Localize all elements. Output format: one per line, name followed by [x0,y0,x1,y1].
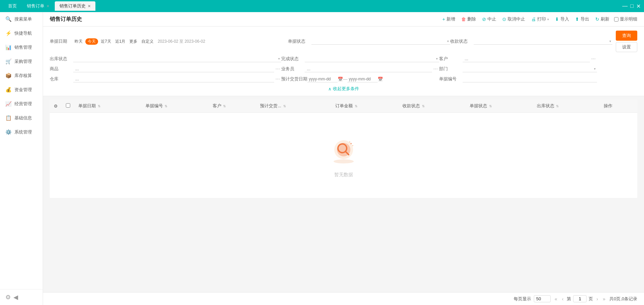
first-page-button[interactable]: « [553,296,559,302]
warehouse-input[interactable] [73,76,274,82]
payment-status-select[interactable] [474,38,612,44]
sidebar-bottom: ⚙ ◀ [0,289,43,305]
order-no-input[interactable] [463,76,597,82]
refresh-button[interactable]: ↻ 刷新 [594,15,611,23]
col-ship-status[interactable]: 出库状态 ⇅ [533,100,600,113]
import-button[interactable]: ⬇ 导入 [554,15,570,23]
prev-page-button[interactable]: ‹ [561,296,565,302]
warehouse-filter: 仓库 ··· [50,76,281,82]
operations-icon: 📈 [5,101,12,107]
goods-dots-btn[interactable]: ··· [274,66,281,72]
sidebar-item-inventory[interactable]: 📦 库存核算 [0,69,43,83]
goods-input[interactable] [73,66,274,72]
sidebar-item-sales-mgmt[interactable]: 📊 销售管理 [0,40,43,54]
settings-button[interactable]: 设置 [616,42,637,52]
display-cols-label: 显示明细 [620,16,637,22]
stop-button[interactable]: ⊘ 中止 [481,15,498,23]
maximize-icon[interactable]: □ [630,3,634,9]
page-label-prefix: 第 [567,296,571,302]
page-label: 页 [589,296,593,302]
delivery-date-start-cal-icon[interactable]: 📅 [338,77,343,82]
date-yesterday-btn[interactable]: 昨天 [73,38,84,45]
col-order-status[interactable]: 单据状态 ⇅ [466,100,533,113]
date-filter: 单据日期 昨天 今天 近7天 近1月 更多 自定义 2023-06-02 至 2… [50,38,288,45]
toolbar: + 新增 🗑 删除 ⊘ 中止 ⊙ 取消中止 🖨 打印 [441,15,637,23]
filter-row-3: 商品 ··· 业务员 ··· 部门 ▾ [50,66,637,72]
col-order-no-label: 单据编号 [145,103,163,108]
page-size-select[interactable]: 10 20 50 100 [534,295,551,302]
sidebar-item-purchase-mgmt[interactable]: 🛒 采购管理 [0,54,43,69]
date-custom-btn[interactable]: 自定义 [140,38,155,45]
order-status-select[interactable] [311,38,450,44]
delete-label: 删除 [467,16,476,22]
query-button[interactable]: 查询 [616,31,637,41]
sidebar-item-system-mgmt-label: 系统管理 [14,129,32,135]
tab-sales-order-label: 销售订单 [27,3,44,9]
goods-filter: 商品 ··· [50,66,281,72]
salesman-dots-btn[interactable]: ··· [432,66,439,72]
page-number-input[interactable] [573,295,587,302]
ship-status-select[interactable] [73,55,281,62]
col-amount[interactable]: 订单金额 ⇅ [331,100,398,113]
delivery-date-end[interactable] [347,76,378,82]
next-page-button[interactable]: › [595,296,599,302]
date-more-btn[interactable]: 更多 [128,38,139,45]
settings-bottom-icon[interactable]: ⚙ [5,294,11,301]
customer-input[interactable] [463,55,590,62]
col-payment-status[interactable]: 收款状态 ⇅ [398,100,466,113]
delivery-date-start[interactable] [307,76,338,82]
col-delivery-date-label: 预计交货... [260,103,281,108]
delete-button[interactable]: 🗑 删除 [460,15,477,23]
stop-label: 中止 [487,16,496,22]
close-icon[interactable]: ✕ [636,3,641,9]
last-page-button[interactable]: » [601,296,607,302]
tab-home[interactable]: 首页 [3,2,22,10]
col-date[interactable]: 单据日期 ⇅ [74,100,141,113]
tab-sales-order-history[interactable]: 销售订单历史 ✕ [55,1,95,11]
purchase-mgmt-icon: 🛒 [5,59,12,65]
col-customer[interactable]: 客户 ⇅ [209,100,256,113]
minimize-icon[interactable]: — [622,3,628,9]
sidebar-item-quick-nav[interactable]: ⚡ 快捷导航 [0,26,43,40]
filter-row-2: 出库状态 ▾ 完成状态 ▾ 客户 ··· [50,55,637,62]
select-all-checkbox[interactable] [66,103,70,108]
sidebar-item-operations[interactable]: 📈 经营管理 [0,97,43,111]
display-cols-checkbox[interactable] [614,17,618,22]
svg-point-5 [350,143,352,144]
date-1month-btn[interactable]: 近1月 [114,38,127,45]
collapse-sidebar-icon[interactable]: ◀ [13,294,18,301]
col-order-status-label: 单据状态 [470,103,487,108]
sidebar-item-finance[interactable]: 💰 资金管理 [0,83,43,97]
complete-status-filter: 完成状态 ▾ [281,55,439,62]
col-delivery-date[interactable]: 预计交货... ⇅ [256,100,331,113]
tab-sales-order[interactable]: 销售订单 ✕ [22,1,54,11]
sidebar: 🔍 搜索菜单 ⚡ 快捷导航 📊 销售管理 🛒 采购管理 📦 库存核算 💰 资金管… [0,12,43,305]
sidebar-item-system-mgmt[interactable]: ⚙️ 系统管理 [0,125,43,139]
cancel-stop-button[interactable]: ⊙ 取消中止 [501,15,526,23]
add-icon: + [442,16,445,22]
delivery-date-end-cal-icon[interactable]: 📅 [378,77,383,82]
col-order-no[interactable]: 单据编号 ⇅ [141,100,209,113]
pagination: « ‹ 第 页 › » [553,295,607,302]
salesman-input[interactable] [305,66,432,72]
display-cols-toggle[interactable]: 显示明细 [614,16,637,22]
tab-sales-order-history-close[interactable]: ✕ [88,4,91,8]
complete-status-select[interactable] [305,55,439,62]
date-7days-btn[interactable]: 近7天 [99,38,113,45]
customer-dots-btn[interactable]: ··· [590,56,597,62]
export-button[interactable]: ⬆ 导出 [574,15,591,23]
sidebar-item-search-menu[interactable]: 🔍 搜索菜单 [0,12,43,26]
dept-select[interactable] [463,66,597,72]
col-settings[interactable]: ⚙ [50,100,62,113]
search-menu-icon: 🔍 [5,16,12,22]
print-button[interactable]: 🖨 打印 ▾ [530,15,550,23]
add-label: 新增 [446,16,455,22]
tab-sales-order-close[interactable]: ✕ [46,4,49,8]
sidebar-item-purchase-mgmt-label: 采购管理 [14,59,32,65]
date-today-btn[interactable]: 今天 [85,38,98,45]
delete-icon: 🗑 [461,16,466,22]
warehouse-dots-btn[interactable]: ··· [274,76,281,82]
sidebar-item-base-info[interactable]: 📋 基础信息 [0,111,43,125]
collapse-row[interactable]: ∧ 收起更多条件 [50,86,637,92]
add-button[interactable]: + 新增 [441,15,457,23]
